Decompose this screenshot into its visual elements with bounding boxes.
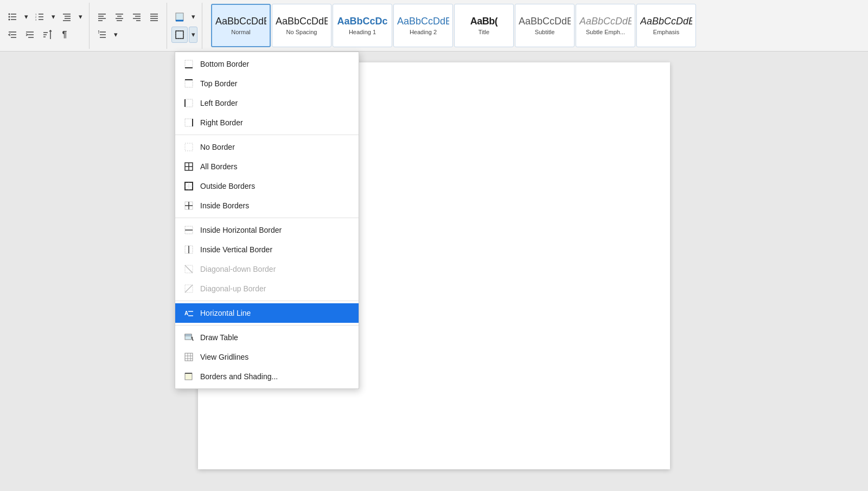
show-formatting-button[interactable]: ¶: [56, 27, 73, 43]
style-emph-preview: AaBbCcDdEe: [640, 16, 692, 28]
svg-rect-80: [185, 334, 192, 336]
svg-text:3: 3: [35, 18, 37, 21]
menu-item-inside-borders[interactable]: Inside Borders: [175, 196, 359, 215]
svg-rect-54: [185, 99, 193, 107]
borders-button[interactable]: [171, 27, 188, 43]
outside-borders-icon: [183, 180, 195, 192]
style-subtle-emph-preview: AaBbCcDdEe: [579, 16, 631, 28]
all-borders-label: All Borders: [200, 162, 351, 171]
svg-rect-88: [185, 373, 192, 380]
bullet-list-dropdown[interactable]: ▾: [22, 9, 30, 25]
menu-section-table-options: Draw Table View Gridlines Borders and Sh…: [175, 326, 359, 388]
style-heading2[interactable]: AaBbCcDdEe Heading 2: [393, 4, 453, 47]
svg-rect-83: [185, 353, 193, 361]
style-subtitle-preview: AaBbCcDdEe: [519, 16, 571, 28]
style-subtitle[interactable]: AaBbCcDdEe Subtitle: [515, 4, 575, 47]
style-heading1[interactable]: AaBbCcDc Heading 1: [333, 4, 392, 47]
style-emph-label: Emphasis: [653, 29, 679, 35]
no-border-label: No Border: [200, 143, 351, 151]
align-left-button[interactable]: [94, 9, 110, 25]
menu-item-left-border[interactable]: Left Border: [175, 93, 359, 113]
menu-item-inside-horizontal[interactable]: Inside Horizontal Border: [175, 220, 359, 240]
top-border-label: Top Border: [200, 79, 351, 88]
style-subtitle-label: Subtitle: [535, 29, 555, 35]
style-emphasis[interactable]: AaBbCcDdEe Emphasis: [636, 4, 696, 47]
style-normal[interactable]: AaBbCcDdEe Normal: [211, 4, 271, 47]
svg-line-75: [185, 285, 193, 292]
style-subtle-emphasis[interactable]: AaBbCcDdEe Subtle Emph...: [576, 4, 635, 47]
align-center-button[interactable]: [111, 9, 127, 25]
horizontal-line-icon: A: [183, 307, 195, 319]
align-right-button[interactable]: [129, 9, 145, 25]
menu-item-draw-table[interactable]: Draw Table: [175, 328, 359, 347]
menu-section-basic-borders: Bottom Border Top Border Left Border Rig…: [175, 52, 359, 135]
line-spacing-dropdown[interactable]: ▾: [111, 27, 120, 43]
svg-rect-48: [176, 31, 183, 39]
shading-button[interactable]: [171, 9, 188, 25]
diagonal-up-icon: [183, 283, 195, 295]
border-top-icon: [183, 78, 195, 90]
bullet-list-button[interactable]: [4, 9, 21, 25]
style-normal-preview: AaBbCcDdEe: [215, 16, 266, 28]
outside-borders-label: Outside Borders: [200, 182, 351, 190]
inside-vertical-label: Inside Vertical Border: [200, 245, 351, 254]
view-gridlines-icon: [183, 351, 195, 363]
menu-item-no-border[interactable]: No Border: [175, 137, 359, 157]
borders-dropdown[interactable]: ▾: [189, 27, 197, 43]
menu-item-view-gridlines[interactable]: View Gridlines: [175, 347, 359, 367]
border-bottom-icon: [183, 58, 195, 70]
menu-item-horizontal-line[interactable]: A Horizontal Line: [175, 303, 359, 323]
increase-indent-button[interactable]: [22, 27, 38, 43]
left-border-label: Left Border: [200, 99, 351, 107]
svg-line-81: [192, 338, 193, 341]
svg-rect-58: [185, 143, 193, 151]
style-title[interactable]: AaBb( Title: [454, 4, 514, 47]
borders-dropdown-menu: Bottom Border Top Border Left Border Rig…: [175, 52, 359, 389]
style-heading2-label: Heading 2: [410, 29, 437, 35]
svg-point-4: [9, 16, 10, 17]
style-heading1-label: Heading 1: [349, 29, 376, 35]
menu-section-horizontal-line: A Horizontal Line: [175, 301, 359, 326]
style-title-label: Title: [478, 29, 489, 35]
right-border-label: Right Border: [200, 118, 351, 127]
menu-section-inner-borders: Inside Horizontal Border Inside Vertical…: [175, 218, 359, 301]
menu-item-all-borders[interactable]: All Borders: [175, 157, 359, 176]
inside-horizontal-icon: [183, 224, 195, 236]
menu-item-borders-shading[interactable]: Borders and Shading...: [175, 367, 359, 386]
svg-rect-46: [176, 13, 183, 21]
view-gridlines-label: View Gridlines: [200, 353, 351, 361]
menu-item-diagonal-down: Diagonal-down Border: [175, 259, 359, 279]
multilevel-list-button[interactable]: [59, 9, 75, 25]
draw-table-icon: [183, 331, 195, 343]
style-heading2-preview: AaBbCcDdEe: [397, 16, 449, 28]
inside-vertical-icon: [183, 244, 195, 256]
inside-borders-icon: [183, 200, 195, 212]
menu-item-top-border[interactable]: Top Border: [175, 74, 359, 93]
menu-item-right-border[interactable]: Right Border: [175, 113, 359, 132]
style-nospacing[interactable]: AaBbCcDdEe No Spacing: [272, 4, 331, 47]
inside-horizontal-label: Inside Horizontal Border: [200, 226, 351, 234]
sort-button[interactable]: [39, 27, 55, 43]
menu-item-bottom-border[interactable]: Bottom Border: [175, 54, 359, 74]
all-borders-icon: [183, 161, 195, 173]
align-justify-button[interactable]: [146, 9, 162, 25]
svg-point-3: [9, 13, 10, 15]
svg-line-73: [185, 265, 193, 273]
draw-table-label: Draw Table: [200, 333, 351, 342]
multilevel-list-dropdown[interactable]: ▾: [76, 9, 85, 25]
menu-item-outside-borders[interactable]: Outside Borders: [175, 176, 359, 196]
shading-dropdown[interactable]: ▾: [189, 9, 197, 25]
bottom-border-label: Bottom Border: [200, 60, 351, 68]
document-area: [0, 52, 868, 491]
diagonal-up-label: Diagonal-up Border: [200, 284, 351, 293]
style-normal-label: Normal: [231, 29, 250, 35]
decrease-indent-button[interactable]: [4, 27, 21, 43]
line-spacing-button[interactable]: [94, 27, 110, 43]
border-right-icon: [183, 117, 195, 129]
diagonal-down-label: Diagonal-down Border: [200, 265, 351, 273]
numbered-list-button[interactable]: 123: [31, 9, 48, 25]
numbered-list-dropdown[interactable]: ▾: [49, 9, 58, 25]
no-border-icon: [183, 141, 195, 153]
svg-rect-56: [185, 119, 193, 126]
menu-item-inside-vertical[interactable]: Inside Vertical Border: [175, 240, 359, 259]
